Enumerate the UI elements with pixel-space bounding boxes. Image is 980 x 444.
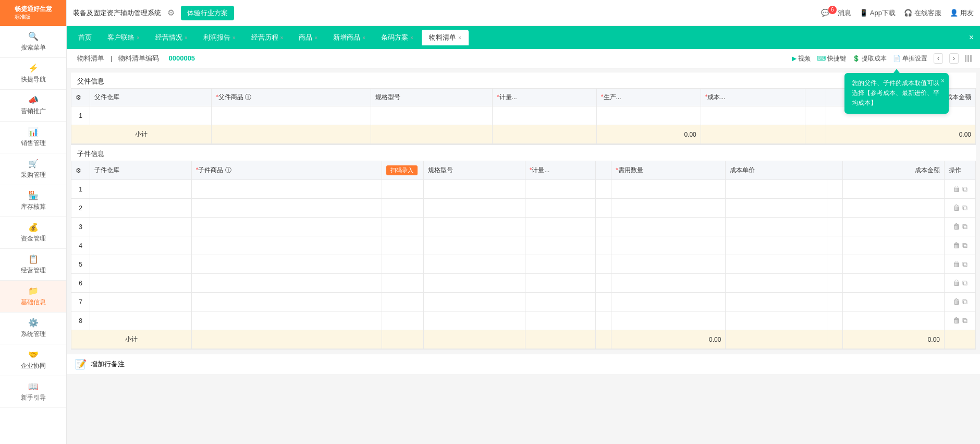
child-cell-unit-8[interactable] — [525, 311, 596, 330]
child-cell-qty-5[interactable] — [611, 255, 726, 274]
child-cell-warehouse-7[interactable] — [90, 293, 192, 311]
sidebar-item-finance[interactable]: 💰 资金管理 — [0, 217, 66, 249]
view-action[interactable]: ▶ 视频 — [792, 54, 811, 63]
tab-customer[interactable]: 客户联络 × — [100, 30, 147, 45]
add-row-icon[interactable]: 📝 — [75, 358, 87, 370]
child-cell-unit-2[interactable] — [525, 199, 596, 218]
setting-action[interactable]: 📄 单据设置 — [893, 54, 927, 63]
child-cell-scan-8[interactable] — [382, 311, 423, 330]
child-cell-qty-4[interactable] — [611, 236, 726, 255]
app-download-item[interactable]: 📱 App下载 — [860, 8, 896, 18]
child-cell-spec-5[interactable] — [423, 255, 525, 274]
sidebar-item-inventory[interactable]: 🏪 库存核算 — [0, 185, 66, 217]
sidebar-item-sales[interactable]: 📊 销售管理 — [0, 122, 66, 153]
child-cell-product-4[interactable] — [191, 236, 382, 255]
delete-icon-8[interactable]: 🗑 — [953, 316, 960, 325]
delete-icon-6[interactable]: 🗑 — [953, 279, 960, 287]
parent-cell-product-1[interactable] — [212, 106, 371, 125]
breadcrumb-1[interactable]: 物料清单 — [77, 54, 104, 62]
child-cell-unit-6[interactable] — [525, 274, 596, 293]
child-cell-scan-7[interactable] — [382, 293, 423, 311]
tab-profit[interactable]: 利润报告 × — [196, 30, 243, 45]
prev-record[interactable]: ‹ — [934, 53, 943, 64]
child-cell-qty-2[interactable] — [611, 199, 726, 218]
parent-cell-cost-1[interactable] — [701, 106, 805, 125]
child-cell-unit-5[interactable] — [525, 255, 596, 274]
tab-barcode[interactable]: 条码方案 × — [374, 30, 421, 45]
child-cell-warehouse-1[interactable] — [90, 180, 192, 199]
tab-history-close[interactable]: × — [280, 35, 284, 41]
child-cell-scan-3[interactable] — [382, 218, 423, 236]
child-cell-unitprice-2[interactable] — [726, 199, 827, 218]
child-cell-qty-3[interactable] — [611, 218, 726, 236]
child-cell-spec-7[interactable] — [423, 293, 525, 311]
child-cell-product-2[interactable] — [191, 199, 382, 218]
delete-icon-1[interactable]: 🗑 — [953, 185, 960, 194]
tab-bom-close[interactable]: × — [458, 35, 461, 41]
child-cell-amount-7[interactable] — [843, 293, 945, 311]
child-cell-product-5[interactable] — [191, 255, 382, 274]
child-cell-warehouse-8[interactable] — [90, 311, 192, 330]
th-parent-setting[interactable]: ⚙ — [71, 89, 90, 106]
child-cell-amount-6[interactable] — [843, 274, 945, 293]
message-item[interactable]: 💬 6 消息 — [821, 8, 851, 18]
child-cell-spec-6[interactable] — [423, 274, 525, 293]
copy-icon-2[interactable]: ⧉ — [962, 203, 967, 212]
next-record[interactable]: › — [949, 53, 959, 64]
sidebar-item-basic[interactable]: 📁 基础信息 — [0, 281, 66, 313]
trial-button[interactable]: 体验行业方案 — [181, 6, 234, 20]
child-cell-spec-1[interactable] — [423, 180, 525, 199]
child-cell-spec-3[interactable] — [423, 218, 525, 236]
child-cell-unit-1[interactable] — [525, 180, 596, 199]
online-service-item[interactable]: 🎧 在线客服 — [904, 8, 941, 18]
tab-new-goods[interactable]: 新增商品 × — [326, 30, 373, 45]
tab-bom[interactable]: 物料清单 × — [422, 30, 469, 45]
copy-icon-6[interactable]: ⧉ — [962, 279, 967, 287]
child-cell-amount-5[interactable] — [843, 255, 945, 274]
sidebar-item-system[interactable]: ⚙️ 系统管理 — [0, 313, 66, 344]
child-cell-qty-1[interactable] — [611, 180, 726, 199]
child-cell-unitprice-5[interactable] — [726, 255, 827, 274]
delete-icon-4[interactable]: 🗑 — [953, 241, 960, 250]
sidebar-item-purchase[interactable]: 🛒 采购管理 — [0, 153, 66, 185]
sidebar-item-enterprise[interactable]: 🤝 企业协同 — [0, 344, 66, 376]
child-cell-scan-6[interactable] — [382, 274, 423, 293]
child-cell-product-6[interactable] — [191, 274, 382, 293]
child-cell-product-3[interactable] — [191, 218, 382, 236]
child-cell-warehouse-6[interactable] — [90, 274, 192, 293]
delete-icon-2[interactable]: 🗑 — [953, 203, 960, 212]
child-cell-qty-6[interactable] — [611, 274, 726, 293]
copy-icon-3[interactable]: ⧉ — [962, 222, 967, 231]
child-cell-scan-4[interactable] — [382, 236, 423, 255]
user-item[interactable]: 👤 用友 — [950, 8, 974, 18]
delete-icon-7[interactable]: 🗑 — [953, 297, 960, 306]
parent-cell-spec-1[interactable] — [371, 106, 492, 125]
child-cell-scan-5[interactable] — [382, 255, 423, 274]
copy-icon-5[interactable]: ⧉ — [962, 260, 967, 269]
th-child-setting[interactable]: ⚙ — [71, 161, 90, 180]
child-cell-qty-8[interactable] — [611, 311, 726, 330]
child-cell-scan-2[interactable] — [382, 199, 423, 218]
copy-icon-8[interactable]: ⧉ — [962, 316, 967, 325]
tab-customer-close[interactable]: × — [137, 35, 140, 41]
copy-icon-4[interactable]: ⧉ — [962, 241, 967, 250]
tab-profit-close[interactable]: × — [232, 35, 236, 41]
delete-icon-3[interactable]: 🗑 — [953, 222, 960, 231]
sidebar-item-operations[interactable]: 📋 经营管理 — [0, 249, 66, 281]
sidebar-item-marketing[interactable]: 📣 营销推广 — [0, 90, 66, 122]
child-cell-unitprice-8[interactable] — [726, 311, 827, 330]
child-cell-amount-4[interactable] — [843, 236, 945, 255]
parent-cell-unit-1[interactable] — [492, 106, 596, 125]
child-cell-unitprice-1[interactable] — [726, 180, 827, 199]
child-cell-amount-8[interactable] — [843, 311, 945, 330]
child-cell-amount-1[interactable] — [843, 180, 945, 199]
child-cell-scan-1[interactable] — [382, 180, 423, 199]
sidebar-item-guide[interactable]: 📖 新手引导 — [0, 376, 66, 408]
tab-operations[interactable]: 经营情况 × — [148, 30, 195, 45]
nav-close-all[interactable]: × — [967, 31, 976, 44]
child-cell-unitprice-6[interactable] — [726, 274, 827, 293]
child-cell-unit-3[interactable] — [525, 218, 596, 236]
copy-icon-7[interactable]: ⧉ — [962, 297, 967, 306]
child-cell-warehouse-5[interactable] — [90, 255, 192, 274]
child-cell-unitprice-3[interactable] — [726, 218, 827, 236]
